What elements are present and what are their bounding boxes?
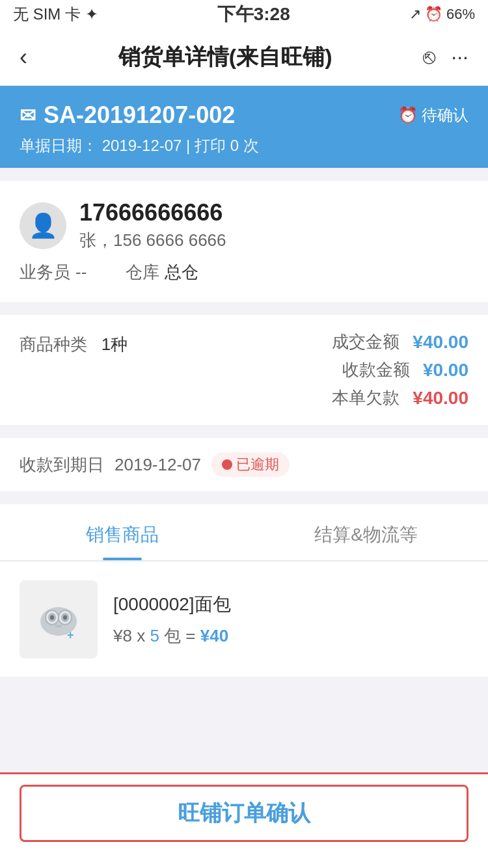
- order-date: 单据日期： 2019-12-07 | 打印 0 次: [20, 135, 468, 156]
- due-date-card: 收款到期日 2019-12-07 已逾期: [0, 438, 488, 491]
- sim-status: 无 SIM 卡 ✦: [13, 4, 98, 25]
- qty-value: 5: [150, 626, 159, 645]
- customer-card: 👤 17666666666 张，156 6666 6666 业务员 -- 仓库 …: [0, 181, 488, 302]
- nav-actions: ⎋ ···: [423, 45, 468, 69]
- status-bar: 无 SIM 卡 ✦ 下午3:28 ↗ ⏰ 66%: [0, 0, 488, 29]
- overdue-dot-icon: [222, 459, 232, 470]
- more-icon[interactable]: ···: [451, 45, 468, 69]
- due-date-label: 收款到期日: [20, 454, 104, 476]
- signal-icons: ↗ ⏰ 66%: [409, 6, 475, 23]
- customer-phone: 17666666666: [79, 199, 226, 226]
- tabs-bar: 销售商品 结算&物流等: [0, 504, 488, 561]
- table-row: + [0000002]面包 ¥8 x 5 包 = ¥40: [0, 562, 488, 677]
- customer-meta: 业务员 -- 仓库 总仓: [20, 261, 468, 284]
- transaction-value: ¥40.00: [413, 332, 468, 353]
- product-image: +: [20, 580, 98, 658]
- total-value: ¥40: [200, 626, 228, 645]
- tab-settlement[interactable]: 结算&物流等: [244, 504, 488, 560]
- status-time: 下午3:28: [217, 2, 290, 27]
- received-label: 收款金额: [342, 359, 410, 381]
- summary-card: 商品种类 1种 成交金额 ¥40.00 收款金额 ¥0.00 本单欠款 ¥40.…: [0, 315, 488, 425]
- customer-subname: 张，156 6666 6666: [79, 229, 226, 252]
- warehouse-value: 总仓: [165, 261, 198, 284]
- back-button[interactable]: ‹: [20, 44, 27, 71]
- overdue-text: 已逾期: [236, 455, 279, 474]
- price-value: ¥8: [113, 626, 132, 645]
- warehouse-label: 仓库: [126, 261, 159, 284]
- tab-products[interactable]: 销售商品: [0, 504, 244, 560]
- order-icon: ✉: [20, 104, 36, 127]
- share-icon[interactable]: ⎋: [423, 45, 435, 69]
- product-name: [0000002]面包: [113, 592, 468, 617]
- status-right: ↗ ⏰ 66%: [409, 6, 475, 23]
- product-type-value: 1种: [102, 334, 128, 354]
- status-clock-icon: ⏰: [398, 106, 418, 124]
- confirm-button[interactable]: 旺铺订单确认: [20, 785, 468, 842]
- status-left: 无 SIM 卡 ✦: [13, 4, 98, 25]
- owl-logo-icon: +: [29, 597, 88, 642]
- svg-text:+: +: [67, 629, 74, 642]
- product-list: + [0000002]面包 ¥8 x 5 包 = ¥40: [0, 562, 488, 677]
- order-id-text: SA-20191207-002: [44, 102, 235, 129]
- overdue-badge: 已逾期: [211, 452, 290, 477]
- product-type-label: 商品种类: [20, 334, 87, 354]
- sales-label: 业务员: [20, 261, 70, 284]
- order-status-text: 待确认: [422, 105, 468, 126]
- page-title: 销货单详情(来自旺铺): [118, 42, 332, 72]
- svg-point-5: [50, 616, 54, 620]
- transaction-label: 成交金额: [332, 331, 400, 353]
- svg-point-6: [63, 616, 67, 620]
- due-date-value: 2019-12-07: [115, 455, 201, 475]
- order-header: ✉ SA-20191207-002 ⏰ 待确认 单据日期： 2019-12-07…: [0, 86, 488, 168]
- owed-value: ¥40.00: [413, 388, 468, 409]
- product-price: ¥8 x 5 包 = ¥40: [113, 625, 468, 647]
- unit-value: 包: [164, 626, 181, 645]
- received-value: ¥0.00: [423, 360, 468, 381]
- bottom-bar: 旺铺订单确认: [0, 772, 488, 868]
- avatar: 👤: [20, 202, 66, 249]
- nav-bar: ‹ 销货单详情(来自旺铺) ⎋ ···: [0, 29, 488, 86]
- product-details: [0000002]面包 ¥8 x 5 包 = ¥40: [113, 592, 468, 647]
- owed-label: 本单欠款: [332, 387, 400, 409]
- sales-value: --: [75, 262, 87, 282]
